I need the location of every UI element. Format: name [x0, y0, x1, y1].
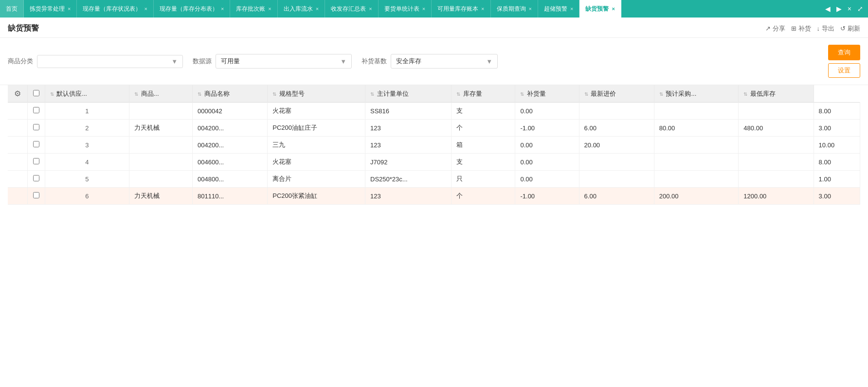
row-checkbox-0[interactable] — [33, 107, 39, 113]
row-settings-0 — [8, 103, 27, 120]
row-stock-3: 0.00 — [515, 154, 579, 171]
datasource-label: 数据源 — [193, 57, 212, 66]
datasource-select[interactable]: 可用量 ▼ — [216, 54, 352, 69]
page-title: 缺货预警 — [8, 23, 765, 34]
col-latest-price-header[interactable]: ⇅ 最新进价 — [579, 85, 654, 103]
settings-button[interactable]: 设置 — [828, 63, 860, 78]
row-checkbox-cell-0[interactable] — [27, 103, 45, 120]
row-checkbox-cell-1[interactable] — [27, 120, 45, 137]
col-spec-header[interactable]: ⇅ 规格型号 — [268, 85, 365, 103]
col-est-purchase-header[interactable]: ⇅ 预计采购... — [654, 85, 739, 103]
sort-icon: ⇅ — [456, 91, 460, 97]
tab-overstock[interactable]: 超储预警 × — [538, 0, 579, 18]
row-product-name-1: PC200油缸庄子 — [268, 120, 365, 137]
shortage-table: ⚙ ⇅ 默认供应... ⇅ 商品... ⇅ 商品名称 — [8, 85, 860, 205]
tab-available-ledger[interactable]: 可用量库存账本 × — [432, 0, 490, 18]
sort-icon: ⇅ — [134, 91, 138, 97]
tab-close-inventory-dist[interactable]: × — [221, 6, 224, 12]
row-checkbox-cell-5[interactable] — [27, 188, 45, 205]
col-replenish-header[interactable]: ⇅ 补货量 — [515, 85, 579, 103]
tab-close-inventory-status[interactable]: × — [144, 6, 147, 12]
datasource-filter-group: 数据源 可用量 ▼ — [193, 54, 352, 69]
tab-defect-process[interactable]: 拣货异常处理 × — [24, 0, 77, 18]
category-dropdown-icon: ▼ — [171, 58, 178, 65]
row-stock-2: 0.00 — [515, 137, 579, 154]
row-checkbox-3[interactable] — [33, 158, 39, 164]
page-header: 缺货预警 ↗ 分享 ⊞ 补货 ↓ 导出 ↺ 刷新 — [0, 18, 868, 38]
row-num-1: 2 — [45, 120, 129, 137]
tab-bar: 首页 拣货异常处理 × 现存量（库存状况表） × 现存量（库存分布表） × 库存… — [0, 0, 868, 18]
refresh-button[interactable]: ↺ 刷新 — [840, 24, 860, 33]
row-latest-price-0 — [654, 103, 739, 120]
tab-next-button[interactable]: ▶ — [833, 4, 845, 14]
tab-close-defect-process[interactable]: × — [68, 6, 71, 12]
tab-order-stats[interactable]: 要货单统计表 × — [379, 0, 432, 18]
row-checkbox-cell-4[interactable] — [27, 171, 45, 188]
replenish-base-select[interactable]: 安全库存 ▼ — [391, 54, 498, 69]
tab-shortage[interactable]: 缺货预警 × — [579, 0, 621, 18]
tab-close-shortage[interactable]: × — [612, 6, 615, 12]
row-stock-0: 0.00 — [515, 103, 579, 120]
replenish-button[interactable]: ⊞ 补货 — [791, 24, 811, 33]
sort-icon: ⇅ — [272, 91, 276, 97]
datasource-dropdown-icon: ▼ — [340, 58, 346, 65]
filter-actions: 查询 设置 — [828, 45, 860, 78]
tab-batch-account[interactable]: 库存批次账 × — [230, 0, 277, 18]
row-supplier-3 — [129, 154, 193, 171]
table-settings-icon[interactable]: ⚙ — [14, 89, 21, 98]
row-spec-5: 123 — [365, 188, 452, 205]
select-all-checkbox[interactable] — [33, 90, 39, 96]
tab-close-batch-account[interactable]: × — [268, 6, 271, 12]
row-supplier-2 — [129, 137, 193, 154]
row-checkbox-cell-2[interactable] — [27, 137, 45, 154]
tab-close-available-ledger[interactable]: × — [481, 6, 484, 12]
tab-home[interactable]: 首页 — [0, 0, 24, 18]
tab-fullscreen-button[interactable]: ⤢ — [854, 4, 866, 14]
tab-close-all-button[interactable]: × — [845, 4, 854, 14]
row-replenish-1: 6.00 — [579, 120, 654, 137]
row-checkbox-1[interactable] — [33, 124, 39, 130]
tab-close-order-stats[interactable]: × — [422, 6, 425, 12]
tab-recv-summary[interactable]: 收发存汇总表 × — [325, 0, 378, 18]
row-checkbox-cell-3[interactable] — [27, 154, 45, 171]
category-filter-group: 商品分类 ▼ — [8, 55, 183, 68]
row-est-purchase-1: 480.00 — [739, 120, 814, 137]
row-latest-price-3 — [654, 154, 739, 171]
row-product-code-5: 801110... — [193, 188, 268, 205]
row-replenish-5: 6.00 — [579, 188, 654, 205]
row-latest-price-4 — [654, 171, 739, 188]
col-checkbox-header[interactable] — [27, 85, 45, 103]
tab-inventory-status[interactable]: 现存量（库存状况表） × — [77, 0, 153, 18]
row-spec-0: SS816 — [365, 103, 452, 120]
export-button[interactable]: ↓ 导出 — [817, 24, 835, 33]
tab-close-overstock[interactable]: × — [570, 6, 573, 12]
row-spec-4: DS250*23c... — [365, 171, 452, 188]
tab-inventory-dist[interactable]: 现存量（库存分布表） × — [154, 0, 230, 18]
col-min-stock-header[interactable]: ⇅ 最低库存 — [739, 85, 814, 103]
col-settings[interactable]: ⚙ — [8, 85, 27, 103]
row-checkbox-4[interactable] — [33, 175, 39, 181]
row-checkbox-2[interactable] — [33, 141, 39, 147]
col-product-name-header[interactable]: ⇅ 商品名称 — [193, 85, 268, 103]
tab-prev-button[interactable]: ◀ — [822, 4, 833, 14]
sort-icon: ⇅ — [584, 91, 588, 97]
category-select[interactable]: ▼ — [37, 55, 183, 68]
tab-close-inout-flow[interactable]: × — [316, 6, 319, 12]
share-button[interactable]: ↗ 分享 — [765, 24, 785, 33]
tab-expiry-query[interactable]: 保质期查询 × — [491, 0, 538, 18]
tab-close-expiry-query[interactable]: × — [529, 6, 532, 12]
query-button[interactable]: 查询 — [828, 45, 860, 60]
row-checkbox-5[interactable] — [33, 192, 39, 198]
row-settings-1 — [8, 120, 27, 137]
replenish-icon: ⊞ — [791, 25, 796, 32]
col-unit-header[interactable]: ⇅ 主计量单位 — [365, 85, 452, 103]
col-stock-header[interactable]: ⇅ 库存量 — [452, 85, 515, 103]
col-product-code-header[interactable]: ⇅ 商品... — [129, 85, 193, 103]
row-settings-5 — [8, 188, 27, 205]
tab-close-recv-summary[interactable]: × — [369, 6, 372, 12]
row-settings-4 — [8, 171, 27, 188]
sort-icon: ⇅ — [520, 91, 524, 97]
row-est-purchase-4 — [739, 171, 814, 188]
col-supplier-header[interactable]: ⇅ 默认供应... — [45, 85, 129, 103]
tab-inout-flow[interactable]: 出入库流水 × — [278, 0, 325, 18]
